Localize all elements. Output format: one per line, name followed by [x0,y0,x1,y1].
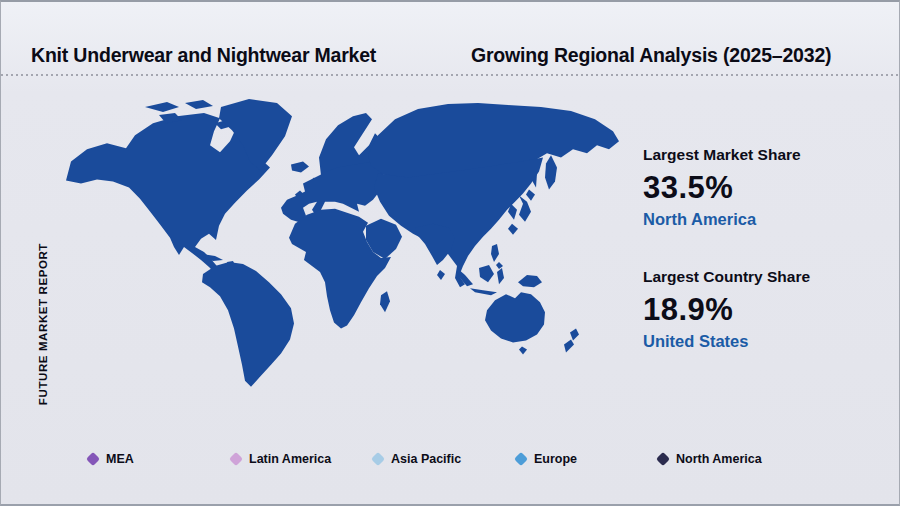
world-map-figure [63,95,623,425]
region-legend: MEA Latin America Asia Pacific Europe No… [1,448,899,470]
map-landmass-south-america [202,262,294,387]
legend-label: Latin America [249,452,331,466]
legend-label: North America [676,452,762,466]
report-title-market: Knit Underwear and Nightwear Market [31,44,376,67]
stat-region: United States [643,330,893,352]
legend-item-latin-america: Latin America [231,448,331,470]
legend-diamond-icon [371,452,385,466]
legend-label: Asia Pacific [391,452,461,466]
map-landmass-oceania [457,265,579,355]
legend-diamond-icon [656,452,670,466]
stat-largest-market-share: Largest Market Share 33.5% North America [643,145,893,230]
legend-label: Europe [534,452,577,466]
stat-label: Largest Country Share [643,267,893,287]
brand-vertical-label: FUTURE MARKET REPORT [31,234,55,414]
legend-item-europe: Europe [516,448,577,470]
legend-item-mea: MEA [88,448,134,470]
legend-diamond-icon [514,452,528,466]
legend-diamond-icon [229,452,243,466]
stat-region: North America [643,208,893,230]
stat-value: 18.9% [643,292,893,328]
infographic-canvas: Knit Underwear and Nightwear Market Grow… [0,0,900,506]
legend-label: MEA [106,452,134,466]
dotted-divider [1,74,899,76]
world-map [63,95,623,425]
legend-diamond-icon [86,452,100,466]
map-landmass-asia [366,103,619,287]
stat-largest-country-share: Largest Country Share 18.9% United State… [643,267,893,352]
stat-value: 33.5% [643,170,893,206]
stat-label: Largest Market Share [643,145,893,165]
legend-item-north-america: North America [658,448,762,470]
report-title-analysis: Growing Regional Analysis (2025–2032) [471,44,831,67]
legend-item-asia-pacific: Asia Pacific [373,448,461,470]
